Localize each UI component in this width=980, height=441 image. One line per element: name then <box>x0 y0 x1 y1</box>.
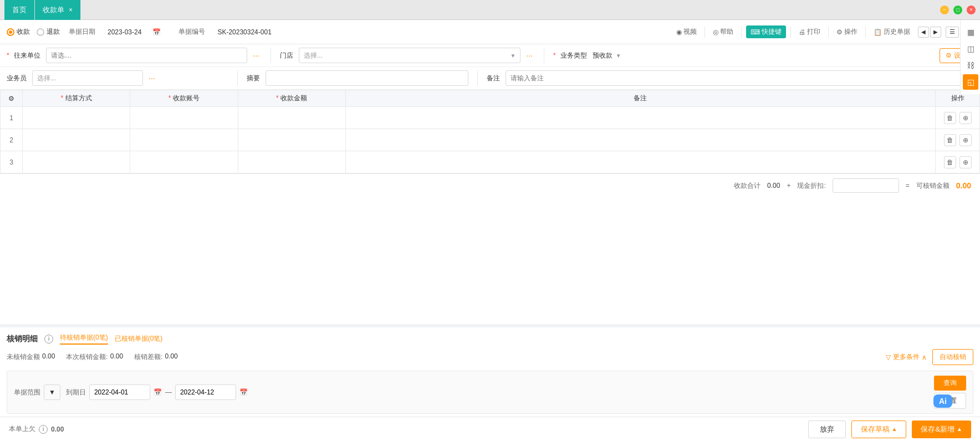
row-2-settle[interactable] <box>23 129 130 151</box>
query-button[interactable]: 查询 <box>934 376 966 391</box>
nav-next-button[interactable]: ▶ <box>930 27 941 38</box>
row-3-copy-button[interactable]: ⊕ <box>959 156 972 168</box>
nav-prev-button[interactable]: ◀ <box>918 27 929 38</box>
range-arrow-icon: ▼ <box>49 388 55 396</box>
date-from-input[interactable] <box>89 384 150 400</box>
date-label: 单据日期 <box>69 27 95 37</box>
row-1-account[interactable] <box>130 107 238 129</box>
radio-refund[interactable]: 退款 <box>37 27 60 37</box>
save-new-label: 保存&新增 <box>921 424 955 434</box>
row-2-action-buttons: 🗑 ⊕ <box>940 134 975 146</box>
this-bill-info-icon[interactable]: i <box>39 425 48 434</box>
date-picker-icon[interactable]: 📅 <box>152 28 161 36</box>
sum-available-label: 可核销金额 <box>916 181 950 191</box>
tab-receipt[interactable]: 收款单 × <box>35 0 81 20</box>
partner-more-button[interactable]: ··· <box>251 51 262 60</box>
more-conditions-button[interactable]: ▽ 更多条件 ∧ <box>886 352 927 362</box>
due-date-field: 到期日 📅 — 📅 <box>66 384 248 400</box>
row-3-account[interactable] <box>130 151 238 173</box>
remark-field: 备注 <box>487 70 973 86</box>
row-1-settle[interactable] <box>23 107 130 129</box>
ai-badge[interactable]: Ai <box>933 394 952 408</box>
more-conditions-label: 更多条件 <box>893 352 920 362</box>
partner-field: * 往来单位 ··· <box>7 48 262 63</box>
staff-select[interactable]: 选择... <box>32 70 143 86</box>
form-row-1: * 往来单位 ··· 门店 选择... ▼ ··· * 业务类型 预收款 ▼ <box>0 44 980 67</box>
auto-verify-button[interactable]: 自动核销 <box>932 349 973 365</box>
save-draft-button[interactable]: 保存草稿 ▲ <box>851 421 907 438</box>
row-2-account[interactable] <box>130 129 238 151</box>
stat-unverified: 未核销金额 0.00 <box>7 352 55 362</box>
history-button[interactable]: 📋 历史单据 <box>870 25 913 38</box>
partner-input[interactable] <box>46 48 248 63</box>
biz-type-arrow-icon[interactable]: ▼ <box>616 53 621 59</box>
biz-type-field: * 业务类型 预收款 ▼ <box>553 51 775 60</box>
col-gear-header: ⚙ <box>1 90 23 107</box>
sidebar-icon-1[interactable]: ▦ <box>963 24 978 40</box>
row-2-remark[interactable] <box>345 129 935 151</box>
table-gear-icon[interactable]: ⚙ <box>5 95 18 102</box>
shortcut-label: 快捷键 <box>762 27 782 37</box>
window-minimize-button[interactable]: − <box>940 6 949 14</box>
shortcut-icon: ⌨ <box>751 28 760 36</box>
radio-receipt[interactable]: 收款 <box>7 27 30 37</box>
sidebar-icon-3[interactable]: ⛓ <box>963 58 978 73</box>
verify-info-icon[interactable]: i <box>44 335 53 343</box>
due-date-label: 到期日 <box>66 388 86 397</box>
row-3-amount[interactable] <box>238 151 345 173</box>
staff-more-button[interactable]: ··· <box>146 74 157 83</box>
actions-button[interactable]: ⚙ 操作 <box>833 25 861 38</box>
window-close-button[interactable]: × <box>967 6 976 14</box>
shortcut-button[interactable]: ⌨ 快捷键 <box>746 25 786 38</box>
diff-value: 0.00 <box>165 352 177 362</box>
actions-icon: ⚙ <box>836 28 843 36</box>
tab-close-icon[interactable]: × <box>69 6 73 14</box>
row-1-remark[interactable] <box>345 107 935 129</box>
biz-type-selector: 预收款 ▼ <box>593 51 621 60</box>
discard-button[interactable]: 放弃 <box>808 421 846 438</box>
discount-input[interactable] <box>833 178 899 193</box>
tab-home[interactable]: 首页 <box>4 0 35 20</box>
field-sep-2 <box>544 48 544 63</box>
calendar-to-icon[interactable]: 📅 <box>239 388 248 396</box>
history-icon: 📋 <box>874 28 882 36</box>
calendar-from-icon[interactable]: 📅 <box>154 388 162 396</box>
row-3-remark[interactable] <box>345 151 935 173</box>
date-to-input[interactable] <box>175 384 236 400</box>
window-controls: − □ × <box>940 6 976 14</box>
range-select-dropdown[interactable]: ▼ <box>44 384 60 400</box>
row-1-delete-button[interactable]: 🗑 <box>944 112 956 124</box>
row-3-settle[interactable] <box>23 151 130 173</box>
tab-verified-link[interactable]: 已核销单据(0笔) <box>115 334 163 343</box>
shop-more-button[interactable]: ··· <box>524 51 535 60</box>
sidebar-icon-2[interactable]: ◫ <box>963 41 978 57</box>
row-3-delete-button[interactable]: 🗑 <box>944 156 956 168</box>
date-separator: — <box>165 388 172 396</box>
help-button[interactable]: ◎ 帮助 <box>710 25 737 38</box>
row-2-delete-button[interactable]: 🗑 <box>944 134 956 146</box>
summary-input[interactable] <box>266 70 468 86</box>
view-list-button[interactable]: ☰ <box>946 27 959 38</box>
summary-field: 摘要 <box>247 70 468 86</box>
this-bill-label: 本单上欠 <box>9 424 35 434</box>
shop-field: 门店 选择... ▼ ··· <box>280 48 535 63</box>
row-1-amount[interactable] <box>238 107 345 129</box>
table-row: 2 🗑 ⊕ <box>1 129 980 151</box>
window-maximize-button[interactable]: □ <box>953 6 962 14</box>
filter-icon: ▽ <box>886 353 891 361</box>
row-2-amount[interactable] <box>238 129 345 151</box>
shop-arrow-icon: ▼ <box>510 53 515 59</box>
shop-select[interactable]: 选择... ▼ <box>299 48 520 63</box>
sidebar-icon-4[interactable]: ◱ <box>963 74 978 90</box>
summary-label: 摘要 <box>247 74 260 83</box>
receipt-table: ⚙ * 结算方式 * 收款账号 <box>0 90 980 173</box>
toolbar-divider-5 <box>865 27 866 38</box>
save-new-button[interactable]: 保存&新增 ▲ <box>912 421 971 438</box>
tab-bar: 首页 收款单 × − □ × <box>0 0 980 20</box>
print-button[interactable]: 🖨 打印 <box>795 25 824 38</box>
row-2-copy-button[interactable]: ⊕ <box>959 134 972 146</box>
remark-input[interactable] <box>506 70 973 86</box>
tab-pending-link[interactable]: 待核销单据(0笔) <box>60 333 108 345</box>
row-1-copy-button[interactable]: ⊕ <box>959 112 972 124</box>
video-button[interactable]: ◉ 视频 <box>673 25 700 38</box>
